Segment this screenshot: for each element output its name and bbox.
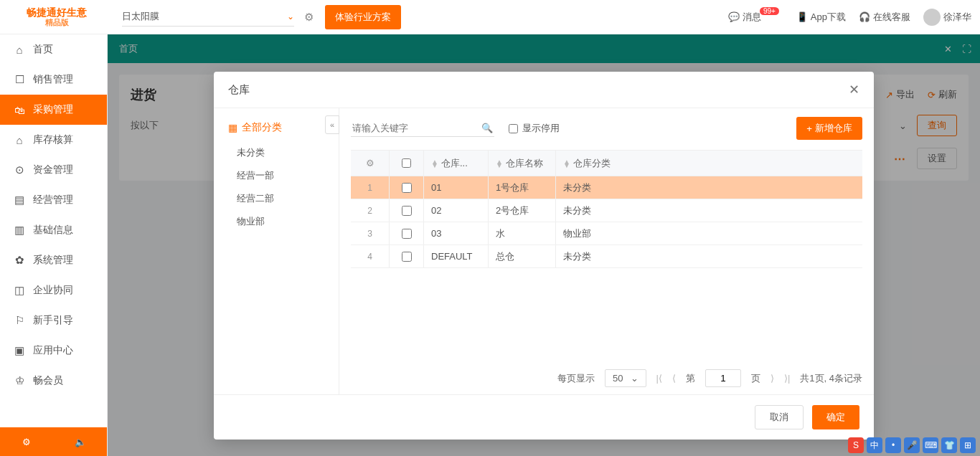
row-name: 1号仓库 <box>489 176 556 199</box>
sidebar-item-finance[interactable]: ⊙资金管理 <box>0 155 107 185</box>
cancel-button[interactable]: 取消 <box>755 405 804 429</box>
table-row[interactable]: 3 03 水 物业部 <box>351 222 862 245</box>
row-checkbox[interactable] <box>402 252 412 262</box>
page-prev-icon[interactable]: ⟨ <box>672 373 676 384</box>
avatar <box>923 9 941 26</box>
sidebar-item-vip[interactable]: ♔畅会员 <box>0 366 107 396</box>
close-icon[interactable]: ✕ <box>849 82 859 98</box>
sidebar-item-label: 经营管理 <box>33 194 73 206</box>
brand-edition: 精品版 <box>9 18 105 27</box>
sidebar-item-label: 畅会员 <box>33 374 63 387</box>
per-page-select[interactable]: 50 ⌄ <box>605 369 646 387</box>
page-last-icon[interactable]: ⟩| <box>784 373 790 384</box>
sidebar-item-purchase[interactable]: 🛍采购管理 <box>0 95 107 125</box>
ime-key[interactable]: • <box>885 437 901 453</box>
row-code: 01 <box>424 176 489 199</box>
grid-icon: ▦ <box>228 122 237 133</box>
row-checkbox[interactable] <box>402 229 412 239</box>
category-item[interactable]: 经营二部 <box>237 187 339 210</box>
search-input[interactable] <box>352 123 481 133</box>
col-code[interactable]: ▲▼仓库... <box>424 151 489 176</box>
category-all[interactable]: ▦ 全部分类 <box>214 117 339 138</box>
app-download-label: App下载 <box>811 11 846 24</box>
select-all-checkbox[interactable] <box>402 158 411 168</box>
sidebar-item-label: 首页 <box>33 43 53 56</box>
headset-icon: 🎧 <box>859 11 870 22</box>
user-menu[interactable]: 徐泽华 <box>923 9 971 26</box>
gear-icon[interactable]: ⚙ <box>304 11 314 24</box>
sidebar-item-label: 库存核算 <box>33 133 73 146</box>
page-summary: 共1页, 4条记录 <box>800 372 862 385</box>
top-right: 💬 消息 99+ 📱 App下载 🎧 在线客服 徐泽华 <box>728 9 971 26</box>
operations-icon: ▤ <box>13 194 26 206</box>
ime-bar: S 中 • 🎤 ⌨ 👕 ⊞ <box>848 437 976 453</box>
finance-icon: ⊙ <box>13 163 26 176</box>
system-icon: ✿ <box>13 254 26 267</box>
sort-icon: ▲▼ <box>496 160 503 167</box>
sidebar-item-home[interactable]: ⌂首页 <box>0 34 107 65</box>
table-row[interactable]: 4 DEFAULT 总仓 未分类 <box>351 245 862 268</box>
messages-link[interactable]: 💬 消息 99+ <box>728 11 783 24</box>
row-checkbox[interactable] <box>402 206 412 216</box>
org-selector[interactable]: 日太阳膜 ⌄ <box>122 7 294 27</box>
table-row[interactable]: 2 02 2号仓库 未分类 <box>351 199 862 222</box>
sidebar-item-inventory[interactable]: ⌂库存核算 <box>0 125 107 155</box>
sidebar-item-collab[interactable]: ◫企业协同 <box>0 275 107 305</box>
top-bar: 畅捷通好生意 精品版 日太阳膜 ⌄ ⚙ 体验行业方案 💬 消息 99+ 📱 Ap… <box>0 0 980 34</box>
sidebar-item-operations[interactable]: ▤经营管理 <box>0 185 107 215</box>
sidebar-item-apps[interactable]: ▣应用中心 <box>0 336 107 366</box>
add-warehouse-button[interactable]: + 新增仓库 <box>796 117 862 140</box>
sidebar-item-label: 系统管理 <box>33 254 73 267</box>
experience-button[interactable]: 体验行业方案 <box>325 5 401 29</box>
collapse-icon[interactable]: 🔈 <box>54 427 108 456</box>
sidebar-item-system[interactable]: ✿系统管理 <box>0 245 107 275</box>
category-item[interactable]: 物业部 <box>237 210 339 233</box>
page-first-icon[interactable]: |⟨ <box>656 373 662 384</box>
category-item[interactable]: 未分类 <box>237 141 339 164</box>
chevron-down-icon: ⌄ <box>287 11 294 22</box>
app-download-link[interactable]: 📱 App下载 <box>796 11 846 24</box>
row-category: 未分类 <box>556 245 862 267</box>
page-input[interactable] <box>705 369 741 387</box>
purchase-icon: 🛍 <box>13 104 26 116</box>
ime-key[interactable]: 🎤 <box>904 437 920 453</box>
show-disabled-toggle[interactable]: 显示停用 <box>509 122 560 135</box>
plus-icon: + <box>806 123 812 134</box>
col-name[interactable]: ▲▼仓库名称 <box>489 151 556 176</box>
page-next-icon[interactable]: ⟩ <box>771 373 774 384</box>
sidebar-item-basedata[interactable]: ▥基础信息 <box>0 215 107 245</box>
apps-icon: ▣ <box>13 344 26 357</box>
table-row[interactable]: 1 01 1号仓库 未分类 <box>351 176 862 199</box>
collab-icon: ◫ <box>13 284 26 297</box>
col-category[interactable]: ▲▼仓库分类 <box>556 151 862 176</box>
row-category: 未分类 <box>556 176 862 199</box>
modal-title: 仓库 <box>228 83 250 97</box>
sidebar-item-sales[interactable]: ☐销售管理 <box>0 65 107 95</box>
user-name: 徐泽华 <box>943 11 971 24</box>
sidebar-item-guide[interactable]: ⚐新手引导 <box>0 305 107 336</box>
customer-service-link[interactable]: 🎧 在线客服 <box>859 11 910 24</box>
row-checkbox[interactable] <box>402 183 412 193</box>
brand-name: 畅捷通好生意 <box>9 7 105 18</box>
message-icon: 💬 <box>728 11 740 22</box>
col-settings[interactable]: ⚙ <box>351 151 390 176</box>
panel-collapse-handle[interactable]: « <box>325 115 339 134</box>
row-name: 总仓 <box>489 245 556 267</box>
ok-button[interactable]: 确定 <box>812 405 859 429</box>
row-code: DEFAULT <box>424 245 489 267</box>
row-category: 物业部 <box>556 222 862 244</box>
guide-icon: ⚐ <box>13 314 26 327</box>
ime-key[interactable]: ⊞ <box>960 437 976 453</box>
ime-key[interactable]: S <box>848 437 864 453</box>
sidebar-item-label: 新手引导 <box>33 314 73 327</box>
show-disabled-checkbox[interactable] <box>509 124 518 133</box>
row-index: 1 <box>351 176 390 199</box>
search-icon[interactable]: 🔍 <box>481 123 493 133</box>
category-item[interactable]: 经营一部 <box>237 164 339 187</box>
ime-key[interactable]: ⌨ <box>923 437 938 453</box>
phone-icon: 📱 <box>796 11 808 22</box>
settings-icon[interactable]: ⚙ <box>0 427 54 456</box>
ime-key[interactable]: 👕 <box>941 437 957 453</box>
row-category: 未分类 <box>556 199 862 222</box>
ime-key[interactable]: 中 <box>867 437 882 453</box>
